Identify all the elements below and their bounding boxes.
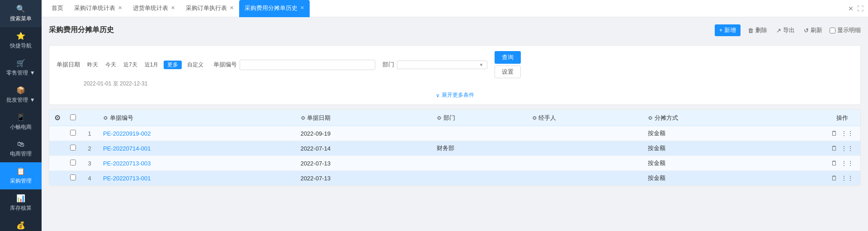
expand-more-button[interactable]: ∨ 展开更多条件 — [436, 91, 474, 99]
date-quick-btn-近1月[interactable]: 近1月 — [142, 61, 161, 69]
add-button[interactable]: + 新增 — [715, 24, 741, 36]
sidebar-item-mobile[interactable]: 📱小畅电商 — [0, 108, 42, 136]
date-filter-label: 单据日期 — [57, 61, 80, 69]
data-table: ⚙≎ 单据编号≎ 单据日期≎ 部门≎ 经手人≎ 分摊方式操作 1PE-20220… — [49, 110, 860, 186]
row-actions-cell: 🗒 ⋮⋮ — [824, 126, 860, 141]
col-header-dept[interactable]: ≎ 部门 — [432, 110, 528, 126]
view-action-icon-1[interactable]: 🗒 — [831, 145, 837, 152]
col-header-settings: ⚙ — [49, 110, 66, 126]
doc-no-link-3[interactable]: PE-20220713-001 — [103, 175, 151, 182]
more-action-icon-0[interactable]: ⋮⋮ — [841, 130, 854, 137]
delete-button[interactable]: 🗑 删除 — [746, 25, 769, 35]
filter-settings-button[interactable]: 设置 — [495, 66, 521, 78]
tab-close-purchase-order-stat[interactable]: ✕ — [118, 5, 122, 11]
col-header-doc_no[interactable]: ≎ 单据编号 — [99, 110, 296, 126]
expand-window-icon[interactable]: ⛶ — [857, 5, 863, 12]
row-alloc-method-cell: 按金额 — [643, 126, 824, 141]
row-checkbox-cell — [66, 171, 80, 186]
row-number-cell: 1 — [80, 126, 99, 141]
doc-no-link-2[interactable]: PE-20220713-003 — [103, 160, 151, 167]
view-action-icon-3[interactable]: 🗒 — [831, 174, 837, 182]
query-button[interactable]: 查询 — [495, 51, 521, 64]
col-header-actions: 操作 — [824, 110, 860, 126]
show-cols-checkbox[interactable] — [830, 28, 835, 33]
col-header-handler[interactable]: ≎ 经手人 — [528, 110, 643, 126]
row-actions-cell: 🗒 ⋮⋮ — [824, 141, 860, 156]
sidebar-item-retail[interactable]: 🛒零售管理 ▼ — [0, 54, 42, 81]
sidebar-item-finance[interactable]: 💰资金管理 — [0, 217, 42, 231]
tab-close-purchase-order-exec[interactable]: ✕ — [230, 5, 234, 11]
export-icon: ↗ — [776, 27, 781, 34]
row-dept-cell: 财务部 — [432, 141, 528, 156]
tab-label-purchase-order-exec: 采购订单执行表 — [186, 4, 227, 12]
close-window-icon[interactable]: ✕ — [848, 5, 854, 12]
row-doc-no-cell: PE-20220919-002 — [99, 126, 296, 141]
row-doc-no-cell: PE-20220713-003 — [99, 156, 296, 171]
sidebar-item-wholesale[interactable]: 📦批发管理 ▼ — [0, 81, 42, 108]
date-range-text: 2022-01-01 至 2022-12-31 — [84, 80, 147, 87]
row-checkbox-1[interactable] — [70, 145, 76, 151]
tabs-container: 首页采购订单统计表✕进货单统计表✕采购订单执行表✕采购费用分摊单历史✕ — [46, 0, 310, 17]
sidebar-item-ecommerce[interactable]: 🛍电商管理 — [0, 136, 42, 162]
settings-gear-icon[interactable]: ⚙ — [54, 114, 61, 122]
col-header-alloc_method[interactable]: ≎ 分摊方式 — [643, 110, 824, 126]
date-quick-btn-今天[interactable]: 今天 — [103, 61, 119, 69]
row-checkbox-0[interactable] — [70, 130, 76, 136]
row-settings-cell — [49, 156, 66, 171]
tab-close-goods-in-stat[interactable]: ✕ — [171, 5, 175, 11]
chevron-down-icon: ∨ — [436, 92, 440, 99]
view-action-icon-2[interactable]: 🗒 — [831, 160, 837, 167]
tab-close-purchase-cost-hist[interactable]: ✕ — [300, 5, 304, 11]
custom-date-button[interactable]: 自定义 — [184, 61, 206, 69]
select-all-checkbox[interactable] — [70, 114, 76, 120]
doc-no-link-1[interactable]: PE-20220714-001 — [103, 145, 151, 152]
row-date-cell: 2022-07-13 — [296, 156, 432, 171]
sidebar-label-shortcut: 快捷导航 — [2, 42, 40, 50]
doc-no-input[interactable] — [240, 60, 375, 70]
tab-home[interactable]: 首页 — [46, 0, 69, 17]
row-actions-cell: 🗒 ⋮⋮ — [824, 171, 860, 186]
tab-label-goods-in-stat: 进货单统计表 — [133, 4, 168, 12]
sidebar-label-search: 搜索菜单 — [2, 15, 40, 23]
sidebar-label-wholesale: 批发管理 ▼ — [2, 96, 40, 104]
more-action-icon-2[interactable]: ⋮⋮ — [841, 160, 854, 167]
tab-purchase-order-stat[interactable]: 采购订单统计表✕ — [69, 0, 127, 17]
sidebar-icon-wholesale: 📦 — [16, 86, 25, 94]
tab-label-purchase-cost-hist: 采购费用分摊单历史 — [245, 4, 297, 12]
more-action-icon-3[interactable]: ⋮⋮ — [841, 174, 854, 182]
dept-label: 部门 — [382, 61, 394, 69]
view-action-icon-0[interactable]: 🗒 — [831, 130, 837, 137]
row-settings-cell — [49, 141, 66, 156]
more-dates-button[interactable]: 更多 — [164, 61, 182, 69]
page-title: 采购费用分摊单历史 — [49, 25, 114, 35]
doc-no-link-0[interactable]: PE-20220919-002 — [103, 130, 151, 137]
sidebar-icon-finance: 💰 — [16, 222, 25, 229]
row-doc-no-cell: PE-20220714-001 — [99, 141, 296, 156]
sidebar-item-inventory[interactable]: 📊库存核算 — [0, 189, 42, 217]
row-checkbox-3[interactable] — [70, 174, 76, 180]
dept-select[interactable]: ▼ — [397, 61, 487, 69]
export-button[interactable]: ↗ 导出 — [774, 25, 797, 35]
data-table-wrap: ⚙≎ 单据编号≎ 单据日期≎ 部门≎ 经手人≎ 分摊方式操作 1PE-20220… — [49, 109, 861, 186]
row-handler-cell — [528, 156, 643, 171]
tab-purchase-order-exec[interactable]: 采购订单执行表✕ — [180, 0, 239, 17]
sidebar-item-shortcut[interactable]: ⭐快捷导航 — [0, 27, 42, 54]
row-checkbox-2[interactable] — [70, 160, 76, 165]
doc-no-label: 单据编号 — [213, 61, 237, 69]
sidebar-label-retail: 零售管理 ▼ — [2, 69, 40, 77]
col-header-doc_date[interactable]: ≎ 单据日期 — [296, 110, 432, 126]
sidebar-item-purchase[interactable]: 📋采购管理 — [0, 162, 42, 189]
date-quick-btn-近7天[interactable]: 近7天 — [121, 61, 140, 69]
more-action-icon-1[interactable]: ⋮⋮ — [841, 145, 854, 152]
tab-purchase-cost-hist[interactable]: 采购费用分摊单历史✕ — [239, 0, 310, 17]
row-date-cell: 2022-07-13 — [296, 171, 432, 186]
date-quick-btn-昨天[interactable]: 昨天 — [85, 61, 101, 69]
tab-goods-in-stat[interactable]: 进货单统计表✕ — [127, 0, 180, 17]
refresh-button[interactable]: ↺ 刷新 — [802, 25, 824, 35]
row-dept-cell — [432, 126, 528, 141]
date-filter-group: 单据日期 昨天今天近7天近1月 更多 自定义 — [57, 61, 206, 69]
row-alloc-method-cell: 按金额 — [643, 156, 824, 171]
table-row: 4PE-20220713-0012022-07-13按金额 🗒 ⋮⋮ — [49, 171, 860, 186]
row-number-cell: 3 — [80, 156, 99, 171]
sidebar-item-search[interactable]: 🔍搜索菜单 — [0, 0, 42, 27]
